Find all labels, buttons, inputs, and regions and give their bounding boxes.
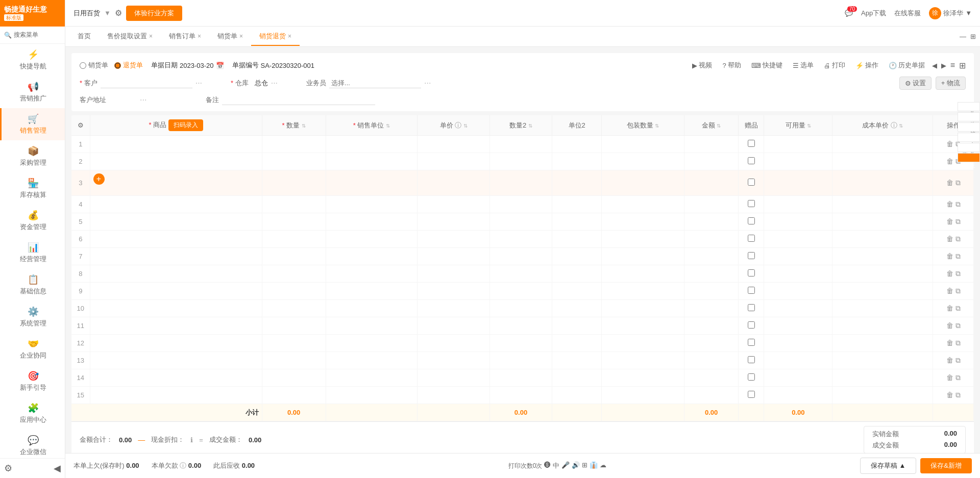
qty-cell[interactable]: [262, 283, 326, 300]
gift-checkbox[interactable]: [748, 373, 755, 381]
cost-price-cell[interactable]: [832, 248, 933, 265]
price-cell[interactable]: [418, 265, 490, 283]
available-cell[interactable]: [764, 231, 832, 248]
copy-row-btn[interactable]: ⧉: [955, 179, 961, 187]
unit2-cell[interactable]: [552, 387, 601, 404]
qty2-cell[interactable]: [490, 153, 552, 170]
product-cell[interactable]: +: [90, 170, 262, 196]
pkg-qty-cell[interactable]: [602, 136, 684, 153]
settings-btn[interactable]: ⚙ 设置: [899, 77, 932, 90]
available-cell[interactable]: [764, 136, 832, 153]
copy-row-btn[interactable]: ⧉: [955, 252, 961, 261]
amount-cell[interactable]: [684, 283, 739, 300]
product-cell[interactable]: [90, 300, 262, 317]
pkg-qty-cell[interactable]: [602, 335, 684, 352]
qty-cell[interactable]: [262, 387, 326, 404]
copy-row-btn[interactable]: ⧉: [955, 200, 961, 209]
qty-cell[interactable]: [262, 153, 326, 170]
qty-cell[interactable]: [262, 248, 326, 265]
product-cell[interactable]: [90, 369, 262, 387]
salesperson-picker-icon[interactable]: ···: [424, 79, 431, 88]
amount-cell[interactable]: [684, 213, 739, 231]
delete-row-btn[interactable]: 🗑: [946, 157, 953, 166]
print-btn[interactable]: 🖨 打印: [821, 59, 848, 71]
price-cell[interactable]: [418, 153, 490, 170]
delete-row-btn[interactable]: 🗑: [946, 235, 953, 243]
price-cell[interactable]: [418, 196, 490, 213]
tab-sales-order-close[interactable]: ×: [198, 33, 201, 40]
sidebar-item-appstore[interactable]: 🧩 应用中心: [0, 397, 65, 430]
price-cell[interactable]: [418, 369, 490, 387]
qty-cell[interactable]: [262, 369, 326, 387]
available-cell[interactable]: [764, 213, 832, 231]
unit-cell[interactable]: [326, 170, 418, 196]
unit2-cell[interactable]: [552, 352, 601, 369]
pkg-sort-icon[interactable]: ⇅: [655, 123, 659, 129]
unit-cell[interactable]: [326, 231, 418, 248]
pkg-qty-cell[interactable]: [602, 196, 684, 213]
mic-icon[interactable]: 🎤: [561, 461, 570, 470]
product-input[interactable]: [151, 185, 202, 192]
amount-cell[interactable]: [684, 369, 739, 387]
sidebar-item-purchase[interactable]: 📦 采购管理: [0, 140, 65, 172]
unit-sort-icon[interactable]: ⇅: [386, 123, 390, 129]
qty2-cell[interactable]: [490, 300, 552, 317]
amount-cell[interactable]: [684, 265, 739, 283]
amount-cell[interactable]: [684, 136, 739, 153]
pkg-qty-cell[interactable]: [602, 170, 684, 196]
qty2-cell[interactable]: [490, 352, 552, 369]
cost-sort-icon[interactable]: ⇅: [899, 123, 903, 129]
pkg-qty-cell[interactable]: [602, 248, 684, 265]
sticky-btn-合[interactable]: 合: [958, 133, 980, 142]
delete-row-btn[interactable]: 🗑: [946, 217, 953, 226]
unit-cell[interactable]: [326, 317, 418, 335]
price-cell[interactable]: [418, 213, 490, 231]
gift-checkbox[interactable]: [748, 391, 755, 398]
pkg-qty-cell[interactable]: [602, 153, 684, 170]
salesperson-input[interactable]: [329, 78, 421, 88]
cost-price-cell[interactable]: [832, 170, 933, 196]
message-btn[interactable]: 💬 70: [845, 9, 853, 17]
unit-cell[interactable]: [326, 196, 418, 213]
qty-cell[interactable]: [262, 300, 326, 317]
available-cell[interactable]: [764, 196, 832, 213]
copy-row-btn[interactable]: ⧉: [955, 373, 961, 382]
gift-checkbox[interactable]: [748, 157, 755, 164]
unit2-cell[interactable]: [552, 283, 601, 300]
sidebar-item-finance[interactable]: 💰 资金管理: [0, 205, 65, 237]
cost-price-cell[interactable]: [832, 369, 933, 387]
cost-price-cell[interactable]: [832, 136, 933, 153]
operate-btn[interactable]: ⚡ 操作: [852, 59, 881, 71]
qty2-cell[interactable]: [490, 213, 552, 231]
cost-price-cell[interactable]: [832, 265, 933, 283]
delete-row-btn[interactable]: 🗑: [946, 140, 953, 148]
amount-cell[interactable]: [684, 300, 739, 317]
customer-input[interactable]: [101, 78, 192, 88]
available-cell[interactable]: [764, 387, 832, 404]
copy-row-btn[interactable]: ⧉: [955, 235, 961, 243]
gift-checkbox[interactable]: [748, 339, 755, 346]
gift-checkbox[interactable]: [748, 235, 755, 242]
unit-cell[interactable]: [326, 387, 418, 404]
sticky-btn-档[interactable]: 档: [958, 122, 980, 132]
qty-cell[interactable]: [262, 265, 326, 283]
available-sort-icon[interactable]: ⇅: [807, 123, 811, 129]
unit2-cell[interactable]: [552, 213, 601, 231]
price-cell[interactable]: [418, 248, 490, 265]
calendar-icon[interactable]: 📅: [216, 62, 224, 69]
available-cell[interactable]: [764, 170, 832, 196]
cost-price-cell[interactable]: [832, 153, 933, 170]
price-cell[interactable]: [418, 283, 490, 300]
available-cell[interactable]: [764, 317, 832, 335]
sidebar-collapse-icon[interactable]: ◀: [54, 463, 61, 474]
amount-cell[interactable]: [684, 196, 739, 213]
product-cell[interactable]: [90, 335, 262, 352]
unit2-cell[interactable]: [552, 335, 601, 352]
price-cell[interactable]: [418, 136, 490, 153]
tabs-minimize-icon[interactable]: —: [960, 33, 966, 40]
copy-row-btn[interactable]: ⧉: [955, 321, 961, 330]
app-download-link[interactable]: App下载: [861, 9, 886, 18]
cost-price-cell[interactable]: [832, 352, 933, 369]
radio-return[interactable]: 退货单: [114, 61, 143, 70]
sidebar-item-shortcut[interactable]: ⚡ 快捷导航: [0, 44, 65, 76]
